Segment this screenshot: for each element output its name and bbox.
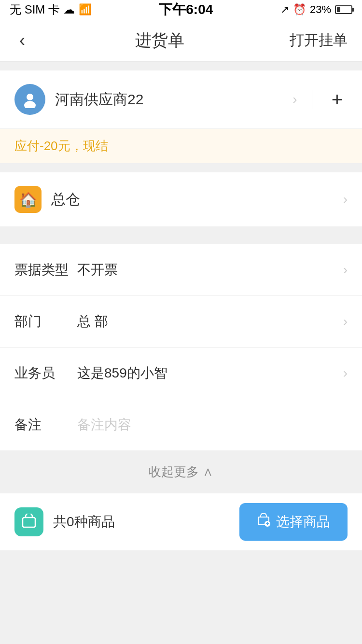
dept-label: 部门: [14, 312, 77, 331]
add-button[interactable]: +: [327, 89, 348, 111]
warehouse-chevron-icon: ›: [343, 192, 348, 207]
supplier-card: 河南供应商22 › + 应付-20元，现结: [0, 70, 362, 164]
cart-icon: [257, 513, 271, 528]
invoice-value: 不开票: [77, 261, 343, 279]
battery-icon: [335, 5, 352, 14]
dept-chevron-icon: ›: [343, 314, 348, 329]
product-count-text: 共0种商品: [53, 513, 239, 531]
mid-divider1: [0, 164, 362, 172]
select-btn-label: 选择商品: [276, 513, 330, 531]
cart-small-icon: [21, 514, 37, 530]
sim-label: 无 SIM 卡 ☁: [10, 2, 75, 17]
sales-value: 这是859的小智: [77, 364, 343, 382]
sales-chevron-icon: ›: [343, 365, 348, 381]
select-product-button[interactable]: 选择商品: [239, 503, 348, 541]
wifi-icon: 📶: [79, 3, 92, 16]
info-banner: 应付-20元，现结: [0, 129, 362, 164]
status-bar: 无 SIM 卡 ☁ 📶 下午6:04 ↗ ⏰ 23%: [0, 0, 362, 19]
collapse-label: 收起更多 ∧: [149, 464, 213, 479]
supplier-chevron-icon: ›: [292, 92, 297, 107]
divider: [312, 90, 312, 109]
person-icon: [21, 91, 39, 108]
invoice-label: 票据类型: [14, 261, 77, 279]
battery-label: 23%: [310, 3, 331, 16]
collapse-toggle[interactable]: 收起更多 ∧: [0, 451, 362, 493]
page-title: 进货单: [135, 29, 184, 52]
warehouse-icon: 🏠: [14, 186, 42, 213]
status-time: 下午6:04: [159, 0, 213, 19]
top-divider: [0, 62, 362, 70]
status-right: ↗ ⏰ 23%: [280, 3, 352, 16]
open-pending-button[interactable]: 打开挂单: [290, 30, 348, 50]
mid-divider2: [0, 227, 362, 236]
warehouse-name: 总仓: [51, 190, 343, 210]
sales-row[interactable]: 业务员 这是859的小智 ›: [0, 348, 362, 399]
alarm-icon: ⏰: [293, 3, 306, 16]
select-cart-icon: [257, 513, 271, 531]
svg-point-0: [27, 94, 33, 100]
remark-label: 备注: [14, 416, 77, 434]
remark-input[interactable]: 备注内容: [77, 416, 348, 434]
remark-row[interactable]: 备注 备注内容: [0, 399, 362, 451]
warehouse-row[interactable]: 🏠 总仓 ›: [0, 172, 362, 227]
nav-bar: ‹ 进货单 打开挂单: [0, 19, 362, 62]
status-left: 无 SIM 卡 ☁ 📶: [10, 2, 92, 17]
sales-label: 业务员: [14, 364, 77, 382]
svg-point-1: [24, 101, 36, 108]
warehouse-card: 🏠 总仓 ›: [0, 172, 362, 227]
dept-row[interactable]: 部门 总 部 ›: [0, 296, 362, 348]
invoice-chevron-icon: ›: [343, 262, 348, 278]
info-text: 应付-20元，现结: [14, 139, 108, 153]
form-section: 票据类型 不开票 › 部门 总 部 › 业务员 这是859的小智 › 备注 备注…: [0, 244, 362, 451]
supplier-row[interactable]: 河南供应商22 › +: [0, 70, 362, 129]
svg-rect-2: [23, 518, 35, 527]
bottom-bar: 共0种商品 选择商品: [0, 493, 362, 550]
product-icon: [14, 507, 43, 536]
avatar: [14, 84, 45, 115]
invoice-row[interactable]: 票据类型 不开票 ›: [0, 244, 362, 296]
back-button[interactable]: ‹: [14, 26, 30, 56]
supplier-name: 河南供应商22: [55, 90, 292, 110]
location-icon: ↗: [280, 3, 289, 16]
page-background: [0, 550, 362, 644]
dept-value: 总 部: [77, 312, 343, 331]
